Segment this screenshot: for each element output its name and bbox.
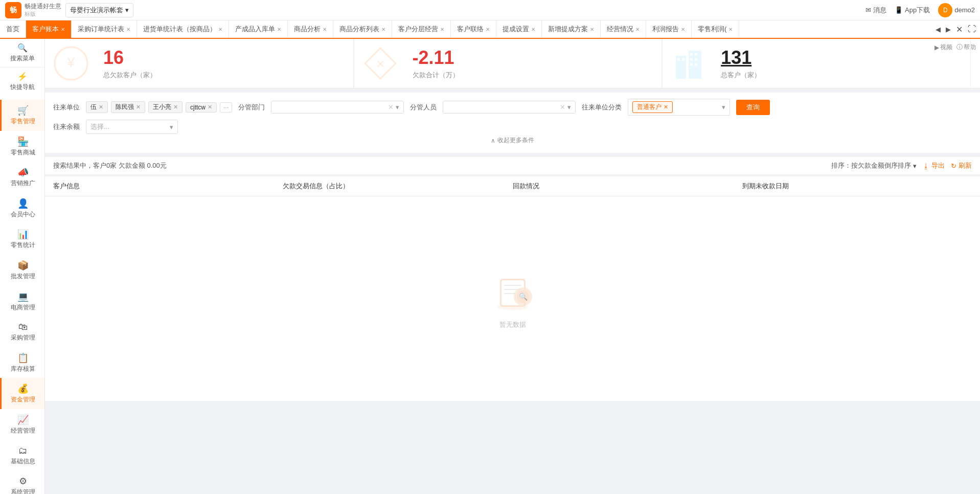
empty-text: 暂无数据 bbox=[499, 320, 526, 329]
tab-close-icon[interactable]: ✕ bbox=[218, 27, 222, 32]
tab-close-icon[interactable]: ✕ bbox=[61, 27, 65, 32]
tab-close-icon[interactable]: ✕ bbox=[323, 27, 327, 32]
top-bar-left: 畅 畅捷通好生意 标版 母婴行业演示帐套 ▾ bbox=[5, 2, 133, 18]
sidebar-item-finance[interactable]: 💰 资金管理 bbox=[0, 378, 44, 409]
remove-tag-wu[interactable]: ✕ bbox=[99, 104, 103, 110]
filter-balance-select[interactable]: 选择... ▾ bbox=[86, 120, 178, 134]
tab-next-button[interactable]: ▶ bbox=[944, 26, 953, 33]
chevron-down-manager-icon: ▾ bbox=[567, 103, 571, 111]
filter-tag-cjttcw: cjttcw ✕ bbox=[186, 102, 217, 113]
operation-icon: 📈 bbox=[17, 414, 29, 425]
tab-goods-list[interactable]: 商品分析列表 ✕ bbox=[333, 20, 392, 38]
svg-rect-10 bbox=[690, 58, 693, 61]
tab-customer-account[interactable]: 客户账本 ✕ bbox=[26, 20, 72, 38]
tab-bar-end: ◀ ▶ ✕ ⛶ bbox=[933, 25, 980, 34]
filter-category-select[interactable]: 普通客户 ✕ ▾ bbox=[628, 99, 730, 116]
sidebar-item-retail-shop[interactable]: 🏪 零售商城 bbox=[0, 131, 44, 162]
tab-close-icon[interactable]: ✕ bbox=[277, 27, 281, 32]
clear-dept-icon[interactable]: ✕ bbox=[388, 103, 394, 111]
collapse-button[interactable]: ∧ 收起更多条件 bbox=[491, 134, 534, 147]
tab-expand-button[interactable]: ⛶ bbox=[966, 25, 978, 34]
sidebar-item-inventory[interactable]: 📋 库存核算 bbox=[0, 347, 44, 378]
quick-nav-button[interactable]: ⚡ 快捷导航 bbox=[0, 67, 44, 96]
sidebar-item-marketing[interactable]: 📣 营销推广 bbox=[0, 162, 44, 193]
export-button[interactable]: ⭳ 导出 bbox=[923, 161, 945, 170]
sidebar-item-retail-stats[interactable]: 📊 零售统计 bbox=[0, 223, 44, 255]
content-area: ▶ 视频 ⓘ 帮助 ¥ 16 总欠款客户（家） bbox=[45, 39, 980, 494]
sort-label: 排序：按欠款金额倒序排序 bbox=[831, 161, 911, 170]
tab-customer-contact[interactable]: 客户联络 ✕ bbox=[451, 20, 496, 38]
tab-home[interactable]: 首页 bbox=[0, 20, 26, 38]
user-menu[interactable]: D demo2 bbox=[938, 3, 975, 17]
tab-stock-stats[interactable]: 进货单统计表（按商品） ✕ bbox=[137, 20, 229, 38]
chevron-down-sort-icon: ▾ bbox=[913, 162, 917, 170]
tab-close-icon[interactable]: ✕ bbox=[126, 27, 130, 32]
tab-purchase-order[interactable]: 采购订单统计表 ✕ bbox=[72, 20, 137, 38]
tab-close-icon[interactable]: ✕ bbox=[681, 27, 685, 32]
avatar: D bbox=[938, 3, 952, 17]
message-button[interactable]: ✉ 消息 bbox=[865, 6, 886, 15]
filter-tag-chen: 陈民强 ✕ bbox=[111, 101, 145, 113]
tab-close-all-button[interactable]: ✕ bbox=[954, 25, 965, 34]
sidebar-item-retail[interactable]: 🛒 零售管理 bbox=[0, 100, 44, 131]
stat-total-text-group: 131 总客户（家） bbox=[721, 47, 761, 80]
chevron-down-icon: ▾ bbox=[125, 6, 129, 14]
tab-operation[interactable]: 经营情况 ✕ bbox=[601, 20, 646, 38]
tab-close-icon[interactable]: ✕ bbox=[486, 27, 490, 32]
stat-total-customers: 131 总客户（家） bbox=[662, 39, 971, 88]
filter-manager-select[interactable]: ✕ ▾ bbox=[443, 101, 576, 114]
industry-select[interactable]: 母婴行业演示帐套 ▾ bbox=[65, 3, 133, 17]
tab-customer-tier[interactable]: 客户分层经营 ✕ bbox=[392, 20, 451, 38]
batch-icon: 📦 bbox=[17, 260, 29, 271]
svg-rect-8 bbox=[690, 53, 693, 56]
marketing-icon: 📣 bbox=[17, 167, 29, 178]
filter-row-2: 往来余额 选择... ▾ bbox=[53, 120, 972, 134]
remove-tag-cjttcw[interactable]: ✕ bbox=[208, 104, 212, 110]
table-container: 客户信息 欠款交易信息（占比） 回款情况 到期未收款日期 bbox=[45, 176, 980, 401]
remove-tag-wang[interactable]: ✕ bbox=[173, 104, 178, 110]
query-button[interactable]: 查询 bbox=[736, 100, 770, 115]
results-bar: 搜索结果中，客户0家 欠款金额 0.00元 排序：按欠款金额倒序排序 ▾ ⭳ 导… bbox=[45, 157, 980, 174]
tab-goods-analysis[interactable]: 商品分析 ✕ bbox=[288, 20, 333, 38]
tab-new-commission[interactable]: 新增提成方案 ✕ bbox=[542, 20, 601, 38]
sidebar-item-basic-info[interactable]: 🗂 基础信息 bbox=[0, 440, 44, 471]
tab-close-icon[interactable]: ✕ bbox=[531, 27, 535, 32]
filter-dept-select[interactable]: ✕ ▾ bbox=[271, 101, 404, 114]
table-col-repayment: 回款情况 bbox=[513, 182, 742, 191]
system-icon: ⚙ bbox=[19, 476, 27, 487]
remove-tag-chen[interactable]: ✕ bbox=[136, 104, 141, 110]
filter-area: 往来单位 伍 ✕ 陈民强 ✕ 王小亮 ✕ cjttcw bbox=[45, 93, 980, 153]
nav-icon: ⚡ bbox=[17, 72, 28, 81]
overdue-customers-label: 总欠款客户（家） bbox=[103, 71, 156, 80]
sidebar-item-operation[interactable]: 📈 经营管理 bbox=[0, 409, 44, 440]
sidebar-item-batch[interactable]: 📦 批发管理 bbox=[0, 255, 44, 286]
tab-retail-profit[interactable]: 零售利润( ✕ bbox=[692, 20, 739, 38]
tab-settings[interactable]: 提成设置 ✕ bbox=[496, 20, 542, 38]
sidebar-item-ecommerce[interactable]: 💻 电商管理 bbox=[0, 286, 44, 317]
chevron-down-balance-icon: ▾ bbox=[170, 123, 173, 131]
total-customers-label: 总客户（家） bbox=[721, 71, 761, 80]
tab-close-icon[interactable]: ✕ bbox=[728, 27, 733, 32]
app-download-button[interactable]: 📱 App下载 bbox=[895, 6, 930, 15]
retail-icon: 🛒 bbox=[17, 105, 29, 116]
tab-close-icon[interactable]: ✕ bbox=[590, 27, 594, 32]
sort-select[interactable]: 排序：按欠款金额倒序排序 ▾ bbox=[831, 161, 917, 170]
tab-close-icon[interactable]: ✕ bbox=[381, 27, 385, 32]
sidebar: 🔍 搜索菜单 ⚡ 快捷导航 🛒 零售管理 🏪 零售商城 📣 营销推广 👤 会员中… bbox=[0, 39, 45, 494]
stat-overdue-text-group: 16 总欠款客户（家） bbox=[103, 47, 156, 80]
sidebar-item-member[interactable]: 👤 会员中心 bbox=[0, 193, 44, 224]
tab-cost-stock[interactable]: 产成品入库单 ✕ bbox=[229, 20, 288, 38]
ecommerce-icon: 💻 bbox=[17, 291, 29, 302]
filter-label-dept: 分管部门 bbox=[238, 103, 265, 112]
search-menu-button[interactable]: 🔍 搜索菜单 bbox=[0, 39, 44, 67]
more-tags-button[interactable]: ··· bbox=[220, 102, 232, 113]
refresh-button[interactable]: ↻ 刷新 bbox=[951, 161, 972, 170]
tab-close-icon[interactable]: ✕ bbox=[440, 27, 444, 32]
tab-close-icon[interactable]: ✕ bbox=[635, 27, 640, 32]
tab-profit-report[interactable]: 利润报告 ✕ bbox=[646, 20, 692, 38]
clear-manager-icon[interactable]: ✕ bbox=[560, 103, 565, 111]
tab-prev-button[interactable]: ◀ bbox=[933, 26, 943, 33]
sidebar-item-purchase[interactable]: 🛍 采购管理 bbox=[0, 317, 44, 347]
sidebar-item-system[interactable]: ⚙ 系统管理 bbox=[0, 470, 44, 494]
remove-category-tag[interactable]: ✕ bbox=[664, 104, 668, 110]
